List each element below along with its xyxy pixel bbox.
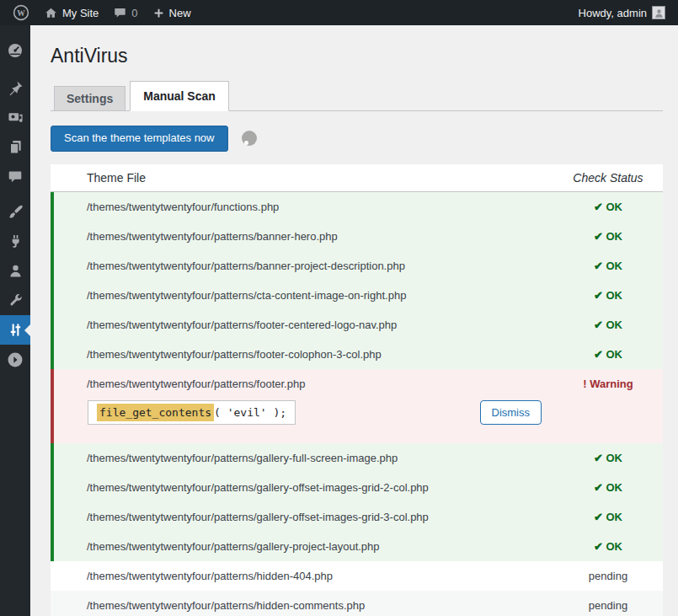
code-highlight: file_get_contents <box>97 404 214 421</box>
wordpress-logo-icon: W <box>13 4 29 21</box>
sidebar-item-pages[interactable] <box>0 132 30 162</box>
status-ok: ✔ OK <box>553 540 663 553</box>
status-ok: ✔ OK <box>553 230 663 243</box>
sidebar-item-users[interactable] <box>0 256 30 286</box>
table-row-warning: /themes/twentytwentyfour/patterns/footer… <box>51 369 663 443</box>
status-ok: ✔ OK <box>553 201 663 213</box>
home-icon <box>45 7 57 19</box>
warning-row-line: /themes/twentytwentyfour/patterns/footer… <box>54 369 663 399</box>
collapse-arrow-icon <box>7 351 24 368</box>
pages-icon <box>8 139 24 155</box>
sidebar-item-posts[interactable] <box>0 73 30 103</box>
sidebar-item-tools[interactable] <box>0 286 30 315</box>
plus-icon <box>153 8 164 19</box>
status-ok: ✔ OK <box>553 289 663 302</box>
my-site-label: My Site <box>62 7 99 19</box>
scan-now-button[interactable]: Scan the theme templates now <box>51 126 228 152</box>
pushpin-icon <box>8 80 24 96</box>
comments-link[interactable]: 0 <box>106 0 145 25</box>
tab-bar: Settings Manual Scan <box>51 81 663 111</box>
theme-file-path: /themes/twentytwentyfour/patterns/hidden… <box>54 561 553 591</box>
theme-file-path: /themes/twentytwentyfour/patterns/footer… <box>54 369 553 399</box>
theme-file-path: /themes/twentytwentyfour/functions.php <box>54 192 553 222</box>
table-row: /themes/twentytwentyfour/patterns/hidden… <box>51 591 663 616</box>
admin-sidebar <box>0 25 30 616</box>
theme-file-path: /themes/twentytwentyfour/patterns/footer… <box>54 340 553 369</box>
sliders-icon <box>8 322 24 338</box>
wrench-icon <box>8 292 24 308</box>
new-label: New <box>169 7 191 19</box>
my-site-link[interactable]: My Site <box>37 0 106 25</box>
comment-bubble-icon <box>114 7 126 19</box>
status-pending: pending <box>553 599 663 612</box>
scan-table-body: /themes/twentytwentyfour/functions.php✔ … <box>51 192 663 616</box>
loading-spinner-icon <box>242 131 257 146</box>
new-content-link[interactable]: New <box>146 0 199 25</box>
svg-text:W: W <box>17 9 25 18</box>
theme-file-path: /themes/twentytwentyfour/patterns/galler… <box>54 532 553 561</box>
status-ok: ✔ OK <box>553 260 663 272</box>
theme-file-path: /themes/twentytwentyfour/patterns/cta-co… <box>54 281 553 310</box>
page-title: AntiVirus <box>51 45 663 71</box>
sidebar-item-media[interactable] <box>0 103 30 132</box>
table-row: /themes/twentytwentyfour/functions.php✔ … <box>51 192 663 222</box>
theme-file-path: /themes/twentytwentyfour/patterns/banner… <box>54 251 553 281</box>
table-row: /themes/twentytwentyfour/patterns/galler… <box>51 502 663 532</box>
comments-count: 0 <box>131 7 137 19</box>
wordpress-logo-button[interactable]: W <box>5 0 37 25</box>
scan-results-table: Theme File Check Status /themes/twentytw… <box>51 164 663 616</box>
admin-bar: W My Site 0 New Howdy, admin <box>0 0 678 25</box>
avatar <box>652 6 665 19</box>
sidebar-item-comments[interactable] <box>0 162 30 191</box>
table-row: /themes/twentytwentyfour/patterns/cta-co… <box>51 281 663 310</box>
theme-file-path: /themes/twentytwentyfour/patterns/footer… <box>54 310 553 340</box>
table-row: /themes/twentytwentyfour/patterns/footer… <box>51 340 663 369</box>
collapse-menu-button[interactable] <box>0 345 30 374</box>
sidebar-item-dashboard[interactable] <box>0 35 30 65</box>
sidebar-item-plugins[interactable] <box>0 227 30 256</box>
status-ok: ✔ OK <box>553 481 663 494</box>
status-warning: ! Warning <box>553 378 663 390</box>
theme-file-path: /themes/twentytwentyfour/patterns/galler… <box>54 443 553 473</box>
user-icon <box>8 263 24 279</box>
table-row: /themes/twentytwentyfour/patterns/banner… <box>51 251 663 281</box>
warning-detail-line: file_get_contents( 'evil' );Dismiss <box>54 400 663 425</box>
table-row: /themes/twentytwentyfour/patterns/hidden… <box>51 561 663 591</box>
theme-file-path: /themes/twentytwentyfour/patterns/hidden… <box>54 591 553 616</box>
account-menu-link[interactable]: Howdy, admin <box>571 0 673 25</box>
status-ok: ✔ OK <box>553 319 663 331</box>
dismiss-button[interactable]: Dismiss <box>480 400 542 425</box>
status-ok: ✔ OK <box>553 348 663 361</box>
theme-file-path: /themes/twentytwentyfour/patterns/galler… <box>54 473 553 502</box>
brush-icon <box>8 204 24 220</box>
tab-settings[interactable]: Settings <box>54 86 125 110</box>
dashboard-icon <box>7 42 24 59</box>
table-row: /themes/twentytwentyfour/patterns/galler… <box>51 443 663 473</box>
comments-icon <box>8 169 23 185</box>
column-header-theme-file: Theme File <box>51 171 553 185</box>
table-header-row: Theme File Check Status <box>51 164 663 192</box>
status-ok: ✔ OK <box>553 452 663 464</box>
column-header-check-status: Check Status <box>553 171 663 185</box>
sidebar-item-appearance[interactable] <box>0 197 30 227</box>
sidebar-item-settings-active[interactable] <box>0 315 30 345</box>
theme-file-path: /themes/twentytwentyfour/patterns/banner… <box>54 222 553 251</box>
table-row: /themes/twentytwentyfour/patterns/galler… <box>51 532 663 561</box>
media-icon <box>8 110 24 126</box>
howdy-label: Howdy, admin <box>579 7 647 19</box>
main-content: AntiVirus Settings Manual Scan Scan the … <box>30 25 678 616</box>
suspicious-code-snippet: file_get_contents( 'evil' ); <box>88 400 296 425</box>
tab-manual-scan[interactable]: Manual Scan <box>130 81 229 111</box>
table-row: /themes/twentytwentyfour/patterns/galler… <box>51 473 663 502</box>
theme-file-path: /themes/twentytwentyfour/patterns/galler… <box>54 502 553 532</box>
code-rest: ( 'evil' ); <box>214 406 286 419</box>
plug-icon <box>8 233 24 249</box>
status-ok: ✔ OK <box>553 511 663 523</box>
table-row: /themes/twentytwentyfour/patterns/footer… <box>51 310 663 340</box>
table-row: /themes/twentytwentyfour/patterns/banner… <box>51 222 663 251</box>
status-pending: pending <box>553 570 663 582</box>
scan-toolbar: Scan the theme templates now <box>51 126 663 152</box>
